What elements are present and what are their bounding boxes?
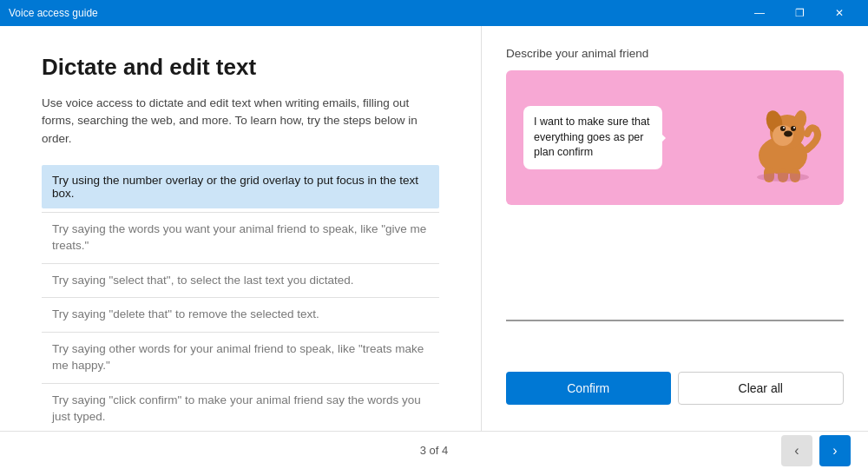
page-title: Dictate and edit text xyxy=(42,54,439,81)
step-item: Try saying other words for your animal f… xyxy=(42,333,439,384)
step-item: Try saying the words you want your anima… xyxy=(42,212,439,264)
svg-point-9 xyxy=(784,130,792,136)
animal-illustration-box: I want to make sure that everything goes… xyxy=(506,70,844,205)
step-list: Try saying the words you want your anima… xyxy=(42,212,439,431)
restore-button[interactable]: ❐ xyxy=(779,0,819,26)
window-controls: — ❐ ✕ xyxy=(740,0,859,26)
action-buttons: Confirm Clear all xyxy=(506,372,844,405)
svg-point-7 xyxy=(783,127,785,129)
svg-point-5 xyxy=(780,126,786,131)
left-panel: Dictate and edit text Use voice access t… xyxy=(0,26,482,431)
forward-button[interactable]: › xyxy=(819,435,851,466)
navigation-buttons: ‹ › xyxy=(781,435,851,466)
back-button[interactable]: ‹ xyxy=(781,435,812,466)
highlight-step: Try using the number overlay or the grid… xyxy=(42,165,439,208)
footer: 3 of 4 ‹ › xyxy=(0,431,868,469)
panel-title: Describe your animal friend xyxy=(506,47,844,60)
page-indicator: 3 of 4 xyxy=(420,444,449,457)
step-item: Try saying "select that", to select the … xyxy=(42,264,439,299)
speech-bubble: I want to make sure that everything goes… xyxy=(523,106,662,169)
text-area-container[interactable] xyxy=(506,217,844,360)
svg-point-6 xyxy=(791,126,796,131)
confirm-button[interactable]: Confirm xyxy=(506,372,671,405)
dictation-textarea[interactable] xyxy=(506,217,844,321)
svg-point-13 xyxy=(757,173,809,182)
step-item: Try saying "click confirm" to make your … xyxy=(42,384,439,431)
minimize-button[interactable]: — xyxy=(740,0,779,26)
dog-illustration xyxy=(740,90,826,186)
page-description: Use voice access to dictate and edit tex… xyxy=(42,95,439,148)
clear-button[interactable]: Clear all xyxy=(678,372,845,405)
right-panel: Describe your animal friend I want to ma… xyxy=(482,26,868,431)
step-item: Try saying "delete that" to remove the s… xyxy=(42,298,439,333)
app-title: Voice access guide xyxy=(9,7,740,19)
titlebar: Voice access guide — ❐ ✕ xyxy=(0,0,868,26)
svg-point-8 xyxy=(793,127,795,129)
main-content: Dictate and edit text Use voice access t… xyxy=(0,26,868,431)
close-button[interactable]: ✕ xyxy=(819,0,859,26)
